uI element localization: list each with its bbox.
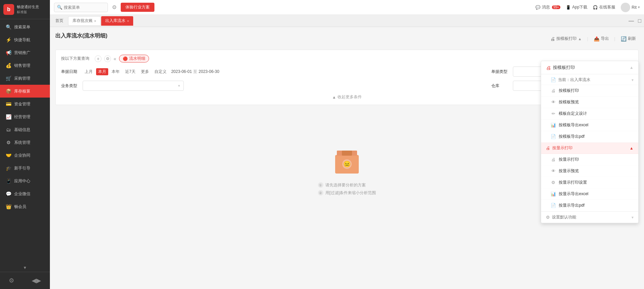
- message-btn[interactable]: 💬 消息 99+: [535, 4, 560, 10]
- sidebar-item-wechat[interactable]: 💬 企业微信: [0, 187, 50, 200]
- tabs-bar: 首页 库存批次账 × 出入库流水 × — □: [50, 15, 644, 27]
- sidebar-item-guide[interactable]: 🎓 新手引导: [0, 162, 50, 175]
- sidebar-bottom: ⚙ ◀▶: [0, 272, 50, 289]
- filter-label: 按以下方案查询: [61, 56, 89, 61]
- item-label: 按显示导出pdf: [559, 203, 585, 208]
- item-label: 按模板打印: [559, 88, 579, 94]
- dropdown-display-section-header[interactable]: 🖨 按显示打印 ▲: [541, 142, 638, 154]
- nav-icon-app-center: 📱: [5, 178, 11, 184]
- date-range: 2023-06-01 至 2023-06-30: [171, 69, 219, 75]
- tab-stock-flow[interactable]: 出入库流水 ×: [101, 16, 133, 26]
- filter-collapse-toggle[interactable]: «: [114, 56, 116, 61]
- main-area: 🔍 ⚙ 体验行业方案 💬 消息 99+ 📱 App下载 🎧 在线客服 Rit ▾: [50, 0, 644, 289]
- template-print-chevron[interactable]: ▲: [578, 37, 582, 41]
- dropdown-item-template-pdf[interactable]: 📄 按模板导出pdf: [541, 131, 638, 142]
- tab-minimize-btn[interactable]: —: [627, 17, 635, 25]
- dropdown-item-template-excel[interactable]: 📊 按模板导出excel: [541, 120, 638, 131]
- empty-state-illustration: 😐: [330, 143, 364, 177]
- export-btn[interactable]: 📤 导出: [591, 34, 612, 43]
- sidebar-item-purchase[interactable]: 🛒 采购管理: [0, 72, 50, 85]
- sidebar-item-marketing[interactable]: 📢 营销推广: [0, 46, 50, 59]
- date-from[interactable]: 2023-06-01: [171, 69, 192, 74]
- search-box[interactable]: 🔍: [54, 3, 108, 12]
- dropdown-item-template-print[interactable]: 🖨 按模板打印: [541, 85, 638, 97]
- tab-home[interactable]: 首页: [51, 16, 67, 26]
- nav-icon-search: 🔍: [5, 24, 11, 30]
- tab-inventory-batch-label: 库存批次账: [72, 18, 93, 24]
- date-shortcut-last-month[interactable]: 上月: [83, 68, 95, 75]
- sidebar-item-finance[interactable]: 💳 资金管理: [0, 98, 50, 110]
- tab-maximize-btn[interactable]: □: [637, 17, 643, 25]
- trial-btn[interactable]: 体验行业方案: [121, 3, 154, 12]
- logo-text: 畅捷通好生意 标准版: [17, 4, 39, 14]
- sidebar-item-sales[interactable]: 💰 销售管理: [0, 59, 50, 72]
- dropdown-item-template-design[interactable]: ✏ 模板自定义设计: [541, 108, 638, 120]
- user-dropdown-chevron: ▾: [638, 5, 640, 9]
- date-shortcut-more[interactable]: 更多: [139, 68, 151, 75]
- sidebar-item-quick-nav[interactable]: ⚡ 快捷导航: [0, 33, 50, 46]
- headset-icon: 🎧: [593, 5, 598, 10]
- search-input[interactable]: [64, 5, 97, 10]
- app-logo: b 畅捷通好生意 标准版: [0, 0, 50, 19]
- sidebar-item-search[interactable]: 🔍 搜索菜单: [0, 21, 50, 33]
- nav-icon-operation: 📈: [5, 114, 11, 120]
- filter-tag-liushuimingxi[interactable]: 🔴 流水明细: [119, 55, 149, 62]
- date-shortcut-this-year[interactable]: 本年: [110, 68, 122, 75]
- dropdown-footer[interactable]: ⚙ 设置默认功能 ▾: [541, 211, 638, 223]
- nav-label-operation: 经营管理: [14, 114, 30, 120]
- display-section-icon: 🖨: [546, 146, 550, 151]
- nav-label-wechat: 企业微信: [14, 191, 30, 197]
- online-service-btn[interactable]: 🎧 在线客服: [593, 4, 615, 10]
- sidebar-item-cooperation[interactable]: 🤝 企业协同: [0, 149, 50, 162]
- sidebar-item-operation[interactable]: 📈 经营管理: [0, 110, 50, 123]
- item-excel-icon: 📊: [551, 123, 556, 128]
- current-doc-icon: 📄: [551, 77, 556, 82]
- sidebar-scroll-down[interactable]: ▼: [0, 264, 50, 272]
- sidebar-item-membership[interactable]: 👑 畅会员: [0, 200, 50, 213]
- date-shortcut-this-month[interactable]: 本月: [96, 68, 108, 75]
- date-field-label: 单据日期: [61, 69, 80, 75]
- template-print-btn[interactable]: 🖨 按模板打印 ▲: [548, 34, 584, 43]
- business-type-chevron: ▾: [178, 83, 180, 88]
- item-d-printer-icon: 🖨: [551, 157, 556, 162]
- dropdown-item-display-excel[interactable]: 📊 按显示导出excel: [541, 188, 638, 200]
- sidebar-collapse-btn[interactable]: ◀▶: [29, 275, 44, 286]
- dropdown-chevron-up[interactable]: ▲: [630, 65, 634, 70]
- item-d-settings-icon: ⚙: [551, 180, 556, 185]
- printer-icon: 🖨: [550, 36, 555, 42]
- sidebar-item-inventory[interactable]: 📦 库存核算: [0, 85, 50, 98]
- display-section-chevron[interactable]: ▲: [630, 146, 634, 151]
- date-to[interactable]: 2023-06-30: [199, 69, 219, 74]
- dropdown-item-display-settings[interactable]: ⚙ 按显示打印设置: [541, 177, 638, 188]
- nav-label-marketing: 营销推广: [14, 50, 30, 56]
- refresh-btn[interactable]: 🔄 刷新: [618, 34, 639, 43]
- item-design-icon: ✏: [551, 111, 556, 116]
- tab-inventory-batch[interactable]: 库存批次账 ×: [68, 16, 100, 26]
- dropdown-item-display-print[interactable]: 🖨 按显示打印: [541, 154, 638, 165]
- tab-stock-flow-close[interactable]: ×: [127, 19, 129, 23]
- dropdown-header: 🖨 按模板打印 ▲: [541, 61, 638, 74]
- sidebar-item-system[interactable]: ⚙ 系统管理: [0, 136, 50, 149]
- filter-setting-btn[interactable]: ⚙: [104, 55, 111, 62]
- sidebar-item-app-center[interactable]: 📱 应用中心: [0, 175, 50, 187]
- sidebar-item-basic[interactable]: 🗂 基础信息: [0, 123, 50, 136]
- business-type-select[interactable]: ▾: [83, 81, 184, 91]
- topbar-gear-icon[interactable]: ⚙: [112, 4, 117, 10]
- current-doc-chevron[interactable]: ▾: [632, 78, 634, 82]
- footer-chevron[interactable]: ▾: [632, 215, 634, 220]
- filter-tag-icon: 🔴: [123, 56, 128, 61]
- tab-inventory-batch-close[interactable]: ×: [94, 19, 96, 23]
- dropdown-sub-header: 📄 当前：出入库流水 ▾: [541, 74, 638, 85]
- dropdown-item-template-preview[interactable]: 👁 按模板预览: [541, 97, 638, 108]
- dropdown-item-display-preview[interactable]: 👁 按显示预览: [541, 165, 638, 177]
- date-shortcut-7days[interactable]: 近7天: [123, 68, 138, 75]
- sidebar-settings-btn[interactable]: ⚙: [6, 275, 17, 286]
- current-doc-label: 当前：出入库流水: [558, 77, 590, 83]
- app-download-btn[interactable]: 📱 App下载: [566, 4, 587, 10]
- user-menu[interactable]: Rit ▾: [621, 3, 640, 12]
- item-label: 按模板导出excel: [559, 122, 588, 128]
- date-shortcut-custom[interactable]: 自定义: [152, 68, 169, 75]
- filter-add-btn[interactable]: +: [95, 55, 101, 62]
- nav-label-app-center: 应用中心: [14, 178, 30, 184]
- dropdown-item-display-pdf[interactable]: 📄 按显示导出pdf: [541, 200, 638, 211]
